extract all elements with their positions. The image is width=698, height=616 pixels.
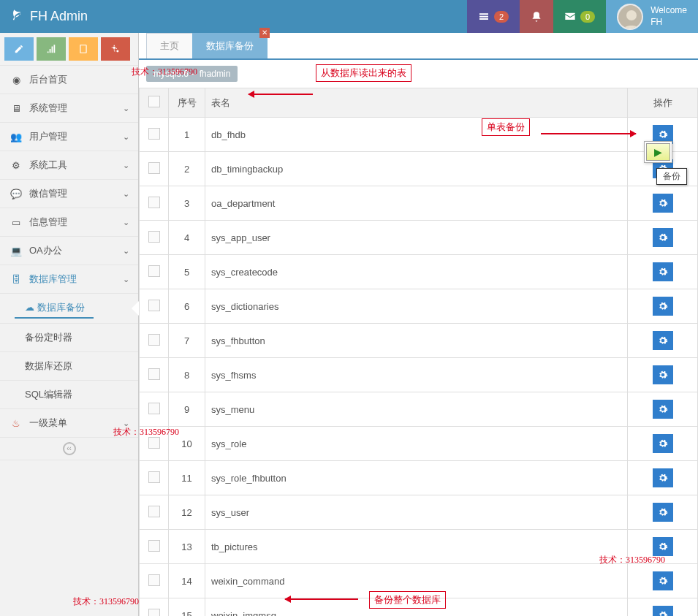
col-name: 表名 — [205, 88, 628, 118]
nav-wechat-manage[interactable]: 💬微信管理⌄ — [0, 180, 138, 208]
checkbox[interactable] — [148, 231, 160, 243]
gear-icon — [658, 541, 668, 552]
nav-user-manage[interactable]: 👥用户管理⌄ — [0, 123, 138, 151]
nav-system-manage[interactable]: 🖥系统管理⌄ — [0, 94, 138, 123]
nav-oa[interactable]: 💻OA办公⌄ — [0, 237, 138, 265]
checkbox[interactable] — [148, 300, 160, 311]
row-action-button[interactable] — [653, 606, 673, 616]
cell-seq: 3 — [169, 186, 205, 221]
cell-name: db_timingbackup — [205, 152, 628, 186]
fire-icon: ♨ — [9, 418, 23, 429]
arrow — [285, 598, 358, 600]
row-action-button[interactable] — [653, 503, 673, 522]
nav-sub-backup-timer[interactable]: 备份定时器 — [0, 324, 138, 352]
tasks-button[interactable]: 2 — [467, 0, 520, 33]
checkbox[interactable] — [148, 506, 160, 517]
row-action-button[interactable] — [653, 262, 673, 281]
chevron-down-icon: ⌄ — [123, 275, 129, 284]
checkbox[interactable] — [148, 403, 160, 414]
envelope-icon — [564, 11, 576, 23]
row-action-button[interactable] — [653, 571, 673, 590]
book-button[interactable] — [69, 37, 98, 61]
stats-button[interactable] — [37, 37, 66, 61]
table-row: 7 sys_fhbutton — [140, 324, 698, 358]
angle-left-icon: ‹‹ — [63, 442, 76, 455]
pencil-icon — [14, 44, 24, 54]
arrow — [249, 94, 313, 95]
checkbox[interactable] — [148, 471, 160, 483]
brand-text: FH Admin — [30, 9, 88, 24]
brand[interactable]: FH Admin — [0, 8, 99, 25]
laptop-icon: 💻 — [9, 246, 23, 256]
nav-dashboard[interactable]: ◉后台首页 — [0, 66, 138, 94]
checkbox[interactable] — [148, 197, 160, 208]
row-action-button[interactable] — [653, 331, 673, 350]
notifications-button[interactable] — [520, 0, 553, 33]
cell-seq: 14 — [169, 564, 205, 598]
cell-seq: 13 — [169, 530, 205, 564]
arrow — [541, 133, 636, 134]
edit-button[interactable] — [4, 37, 34, 61]
cell-name: oa_department — [205, 186, 628, 221]
tab-home[interactable]: 主页 — [146, 33, 193, 58]
backup-popup[interactable]: ▶ — [644, 141, 672, 163]
cell-name: sys_role — [205, 427, 628, 461]
mail-badge: 0 — [580, 11, 595, 23]
cloud-icon: ☁ — [25, 302, 34, 313]
nav-info-manage[interactable]: ▭信息管理⌄ — [0, 208, 138, 237]
checkbox[interactable] — [148, 334, 160, 346]
row-action-button[interactable] — [653, 365, 673, 384]
callout-tables-from-db: 从数据库读出来的表 — [316, 64, 411, 82]
users-icon: 👥 — [9, 132, 23, 142]
credit-card-icon: ▭ — [9, 217, 23, 228]
nav-database-manage[interactable]: 🗄数据库管理⌄ — [0, 265, 138, 294]
play-icon: ▶ — [654, 146, 662, 158]
table-row: 6 sys_dictionaries — [140, 289, 698, 324]
cell-seq: 8 — [169, 358, 205, 392]
tasks-badge: 2 — [494, 11, 509, 23]
checkbox[interactable] — [148, 162, 160, 174]
cell-name: tb_pictures — [205, 530, 628, 564]
gear-icon — [658, 335, 668, 346]
cell-name: sys_fhsms — [205, 358, 628, 392]
hdd-icon: 🗄 — [9, 274, 23, 285]
comments-icon: 💬 — [9, 189, 23, 199]
cell-seq: 7 — [169, 324, 205, 358]
row-action-button[interactable] — [653, 434, 673, 453]
gear-icon — [658, 473, 668, 483]
row-action-button[interactable] — [653, 194, 673, 213]
nav-sub-db-restore[interactable]: 数据库还原 — [0, 352, 138, 381]
col-ops: 操作 — [628, 88, 698, 118]
mail-button[interactable]: 0 — [553, 0, 606, 33]
nav-sub-db-backup[interactable]: ☁ 数据库备份 — [15, 294, 94, 319]
row-action-button[interactable] — [653, 400, 673, 419]
row-action-button[interactable] — [653, 228, 673, 247]
user-menu[interactable]: Welcome FH — [606, 0, 698, 33]
chevron-down-icon: ⌄ — [123, 189, 129, 199]
close-icon[interactable]: ✕ — [259, 28, 270, 38]
bell-icon — [531, 11, 542, 23]
nav-system-tools[interactable]: ⚙系统工具⌄ — [0, 151, 138, 180]
row-action-button[interactable] — [653, 468, 673, 487]
cell-name: sys_app_user — [205, 221, 628, 255]
gear-icon — [658, 370, 668, 380]
checkbox-all[interactable] — [148, 96, 160, 107]
row-action-button[interactable] — [653, 297, 673, 316]
sidebar-toolbar — [0, 33, 138, 66]
desktop-icon: 🖥 — [9, 103, 23, 114]
gear-icon — [658, 267, 668, 277]
checkbox[interactable] — [148, 368, 160, 380]
cell-seq: 2 — [169, 152, 205, 186]
checkbox[interactable] — [148, 540, 160, 552]
checkbox[interactable] — [148, 609, 160, 617]
col-seq: 序号 — [169, 88, 205, 118]
callout-single-backup: 单表备份 — [482, 118, 530, 136]
checkbox[interactable] — [148, 128, 160, 140]
checkbox[interactable] — [148, 574, 160, 586]
sidebar-collapse[interactable]: ‹‹ — [0, 438, 138, 460]
table-row: 3 oa_department — [140, 186, 698, 221]
nav-sub-sql-editor[interactable]: SQL编辑器 — [0, 381, 138, 409]
tab-db-backup[interactable]: 数据库备份✕ — [192, 33, 268, 58]
cogs-button[interactable] — [101, 37, 130, 61]
checkbox[interactable] — [148, 265, 160, 277]
